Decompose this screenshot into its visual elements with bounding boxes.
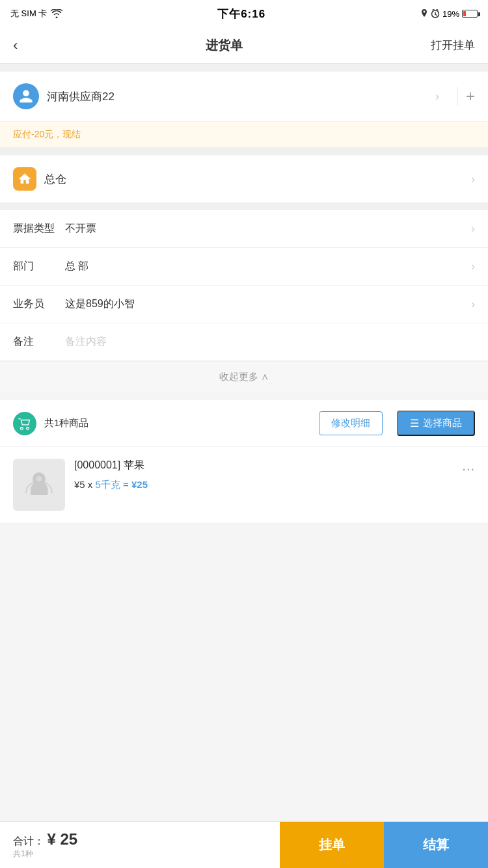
page-title: 进货单 [206,37,243,54]
product-thumbnail [13,459,65,511]
warehouse-row[interactable]: 总仓 › [0,156,488,202]
product-info: [0000001] 苹果 ¥5 x 5千克 = ¥25 [74,459,453,491]
cart-icon-container [13,412,36,435]
select-product-label: 选择商品 [423,417,462,429]
total-amount: ¥ 25 [47,830,77,848]
svg-point-6 [36,476,42,481]
gap-2 [0,148,488,156]
invoice-type-value: 不开票 [65,222,471,236]
invoice-type-row[interactable]: 票据类型 不开票 › [0,210,488,248]
product-title: 苹果 [124,459,144,470]
form-section: 票据类型 不开票 › 部门 总 部 › 业务员 这是859的小智 › 备注 备注… [0,210,488,361]
select-product-button[interactable]: ☰ 选择商品 [397,411,475,436]
product-unit-price: ¥5 [74,479,85,490]
collapse-row[interactable]: 收起更多 ∧ [0,361,488,392]
product-price: ¥5 x 5千克 = ¥25 [74,479,453,491]
status-time: 下午6:16 [217,7,265,21]
remark-value: 备注内容 [65,335,475,349]
battery-icon [462,10,478,18]
status-left: 无 SIM 卡 [10,8,62,20]
supplier-divider [457,87,458,105]
add-supplier-button[interactable]: + [466,87,475,105]
product-name: [0000001] 苹果 [74,459,453,472]
supplier-avatar [13,83,39,109]
gap-3 [0,202,488,210]
salesperson-arrow: › [471,297,475,311]
product-more-button[interactable]: ··· [462,459,475,476]
gap-1 [0,64,488,72]
wifi-icon [51,9,62,18]
department-label: 部门 [13,260,65,273]
product-thumb-icon [23,467,55,500]
home-icon [18,172,32,186]
svg-line-2 [435,14,437,16]
collapse-label: 收起更多 ∧ [219,371,269,383]
invoice-type-arrow: › [471,222,475,236]
product-total: ¥25 [131,479,148,490]
salesperson-label: 业务员 [13,297,65,311]
department-value: 总 部 [65,260,471,273]
battery-percent: 19% [442,9,459,19]
settle-button[interactable]: 结算 [384,822,488,869]
invoice-type-label: 票据类型 [13,222,65,236]
back-button[interactable]: ‹ [13,37,18,54]
svg-line-3 [433,9,434,10]
status-right: 19% [420,9,478,19]
department-row[interactable]: 部门 总 部 › [0,248,488,286]
status-bar: 无 SIM 卡 下午6:16 19% [0,0,488,27]
nav-bar: ‹ 进货单 打开挂单 [0,27,488,64]
carrier-label: 无 SIM 卡 [10,8,47,20]
department-arrow: › [471,260,475,273]
warehouse-arrow-icon: › [471,172,475,186]
supplier-section: 河南供应商22 › + [0,72,488,122]
total-label: 合计： [13,835,44,847]
location-icon [420,9,428,18]
bottom-bar: 合计： ¥ 25 共1种 挂单 结算 [0,821,488,868]
product-qty: 5千克 [96,479,120,490]
edit-detail-button[interactable]: 修改明细 [319,411,383,435]
product-item: [0000001] 苹果 ¥5 x 5千克 = ¥25 ··· [0,447,488,522]
salesperson-value: 这是859的小智 [65,297,471,311]
product-header: 共1种商品 修改明细 ☰ 选择商品 [0,400,488,447]
product-code: [0000001] [74,459,120,470]
salesperson-row[interactable]: 业务员 这是859的小智 › [0,286,488,323]
product-count-label: 共1种商品 [44,417,311,429]
payable-text: 应付-20元，现结 [13,129,81,139]
total-section: 合计： ¥ 25 共1种 [0,830,280,860]
payable-notice: 应付-20元，现结 [0,122,488,148]
total-count: 共1种 [13,848,267,860]
remark-label: 备注 [13,335,65,349]
warehouse-name: 总仓 [44,172,463,187]
alarm-icon [431,9,440,18]
person-icon [18,88,34,104]
supplier-arrow-icon: › [435,90,439,103]
supplier-name[interactable]: 河南供应商22 [47,89,427,104]
select-product-icon: ☰ [410,417,419,429]
open-pending-button[interactable]: 打开挂单 [431,38,475,53]
main-content: 河南供应商22 › + 应付-20元，现结 总仓 › 票据类型 不开票 › 部门… [0,64,488,569]
warehouse-icon [13,167,36,191]
product-section: 共1种商品 修改明细 ☰ 选择商品 [0,400,488,522]
cart-icon [18,416,32,431]
pending-button[interactable]: 挂单 [280,822,384,869]
svg-line-4 [437,9,438,10]
remark-row[interactable]: 备注 备注内容 [0,323,488,361]
